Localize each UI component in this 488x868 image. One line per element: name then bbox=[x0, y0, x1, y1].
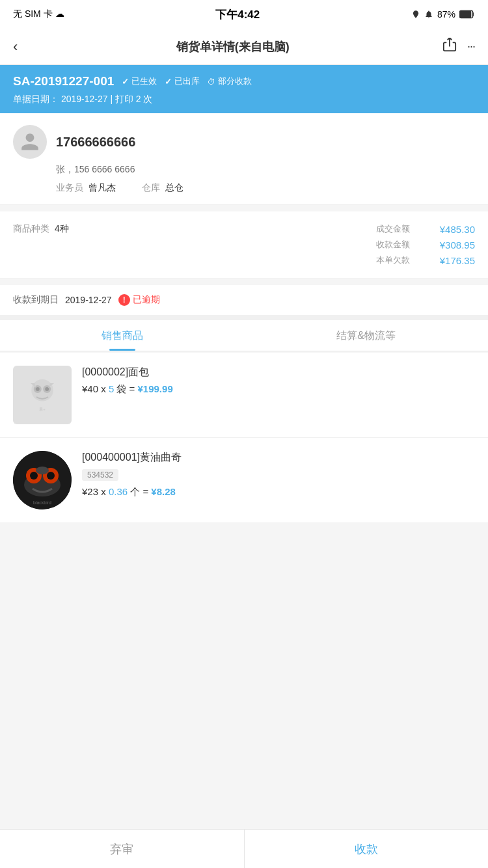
status-badge-shipped: 已出库 bbox=[165, 75, 200, 87]
product-count: 商品种类 4种 bbox=[13, 223, 69, 235]
location-icon bbox=[411, 10, 420, 19]
customer-phone: 17666666666 bbox=[56, 135, 135, 150]
alarm-icon bbox=[424, 10, 433, 19]
product-item: blackbird [000400001]黄油曲奇 534532 ¥23 x 0… bbox=[0, 438, 488, 523]
back-button[interactable]: ‹ bbox=[8, 33, 23, 61]
product-image-2: blackbird bbox=[13, 451, 72, 509]
product-thumbnail-1: 晨+ bbox=[13, 366, 72, 424]
due-date-section: 收款到期日 2019-12-27 ! 已逾期 bbox=[0, 285, 488, 320]
product-list: 晨+ [0000002]面包 ¥40 x 5 袋 = ¥199.99 bbox=[0, 353, 488, 523]
tab-settlement[interactable]: 结算&物流等 bbox=[244, 320, 488, 351]
tab-products[interactable]: 销售商品 bbox=[0, 320, 244, 351]
nav-right-actions: ··· bbox=[442, 38, 475, 55]
reject-button[interactable]: 弃审 bbox=[0, 830, 245, 868]
product-price-2: ¥23 x 0.36 个 = ¥8.28 bbox=[82, 486, 475, 498]
customer-meta: 业务员 曾凡杰 仓库 总仓 bbox=[13, 182, 475, 194]
svg-point-14 bbox=[47, 472, 55, 480]
staff-info: 业务员 曾凡杰 bbox=[56, 182, 116, 194]
battery-icon bbox=[459, 10, 475, 19]
deal-amount-row: 成交金额 ¥485.30 bbox=[358, 223, 475, 235]
product-item: 晨+ [0000002]面包 ¥40 x 5 袋 = ¥199.99 bbox=[0, 353, 488, 438]
status-left: 无 SIM 卡 ☁ bbox=[13, 8, 64, 20]
status-badge-effective: 已生效 bbox=[122, 75, 157, 87]
svg-point-13 bbox=[30, 472, 38, 480]
order-id: SA-20191227-001 bbox=[13, 74, 114, 88]
status-badge-partial: 部分收款 bbox=[208, 75, 252, 87]
product-name-1: [0000002]面包 bbox=[82, 366, 475, 379]
bottom-action-bar: 弃审 收款 bbox=[0, 829, 488, 868]
svg-point-15 bbox=[36, 467, 49, 474]
svg-text:blackbird: blackbird bbox=[33, 500, 51, 505]
product-thumbnail-2: blackbird bbox=[13, 451, 72, 509]
product-sku-2: 534532 bbox=[82, 469, 118, 481]
product-info-2: [000400001]黄油曲奇 534532 ¥23 x 0.36 个 = ¥8… bbox=[82, 451, 475, 498]
overdue-badge: ! 已逾期 bbox=[118, 294, 160, 306]
share-icon[interactable] bbox=[442, 38, 457, 55]
debt-amount-row: 本单欠款 ¥176.35 bbox=[358, 254, 475, 266]
avatar bbox=[13, 125, 47, 159]
received-amount-row: 收款金额 ¥308.95 bbox=[358, 239, 475, 251]
nav-bar: ‹ 销货单详情(来自电脑) ··· bbox=[0, 29, 488, 65]
customer-header-row: 17666666666 bbox=[13, 125, 475, 159]
page-title: 销货单详情(来自电脑) bbox=[23, 39, 442, 55]
product-price-1: ¥40 x 5 袋 = ¥199.99 bbox=[82, 383, 475, 396]
order-date-row: 单据日期： 2019-12-27 | 打印 2 次 bbox=[13, 94, 475, 105]
svg-text:晨+: 晨+ bbox=[39, 407, 46, 411]
warehouse-info: 仓库 总仓 bbox=[142, 182, 183, 194]
status-right: 87% bbox=[411, 9, 475, 20]
status-bar: 无 SIM 卡 ☁ 下午4:42 87% bbox=[0, 0, 488, 29]
order-summary: 商品种类 4种 成交金额 ¥485.30 收款金额 ¥308.95 本单欠款 ¥… bbox=[0, 211, 488, 278]
amount-summary: 成交金额 ¥485.30 收款金额 ¥308.95 本单欠款 ¥176.35 bbox=[358, 223, 475, 266]
order-header-banner: SA-20191227-001 已生效 已出库 部分收款 单据日期： 2019-… bbox=[0, 65, 488, 113]
battery-text: 87% bbox=[437, 9, 455, 20]
payment-button[interactable]: 收款 bbox=[245, 830, 489, 868]
svg-rect-1 bbox=[460, 11, 471, 18]
status-time: 下午4:42 bbox=[215, 7, 260, 22]
tab-bar: 销售商品 结算&物流等 bbox=[0, 320, 488, 351]
overdue-icon: ! bbox=[118, 294, 130, 306]
more-icon[interactable]: ··· bbox=[467, 40, 475, 53]
customer-section: 17666666666 张，156 6666 6666 业务员 曾凡杰 仓库 总… bbox=[0, 113, 488, 205]
product-info-1: [0000002]面包 ¥40 x 5 袋 = ¥199.99 bbox=[82, 366, 475, 396]
product-name-2: [000400001]黄油曲奇 bbox=[82, 451, 475, 465]
customer-name-phone: 张，156 6666 6666 bbox=[13, 164, 475, 176]
